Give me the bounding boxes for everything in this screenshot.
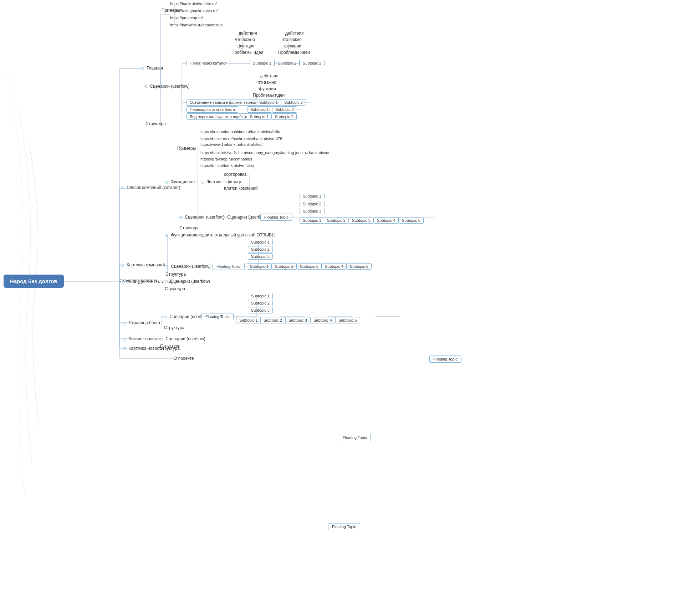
node-struktura1: Структура [145,121,166,126]
node-struktura-kn: Структура [159,346,180,351]
subtopic-sb-top-2[interactable]: Subtopic 2 [248,301,273,306]
subtopic-ost-1[interactable]: Subtopic 1 [256,100,281,105]
node-glavnaya: Главная [141,66,163,71]
subtopic-kk-5[interactable]: Subtopic 5 [347,264,372,269]
subtopic-sb-2[interactable]: Subtopic 2 [260,318,285,323]
node-struktura2: Структура [179,225,200,230]
link-1-4: https://bankiros.ru/bankrotstvo [170,23,223,27]
subtopic-lid-1[interactable]: Subtopic 1 [247,114,272,119]
subtopic-kk-2[interactable]: Subtopic 2 [272,264,297,269]
subtopic-poisk-2b[interactable]: Subtopic 2 [300,61,325,66]
subtopic-ft1-5[interactable]: Subtopic 5 [399,218,424,223]
root-label: Народ без долгов [10,278,57,284]
node-funktsional1: Функционал [165,179,195,184]
node-ostavljenie[interactable]: Оставление заявки в форме, звонок [187,100,259,105]
floating-topic-5[interactable]: Floating Topic [339,435,371,440]
subtopic-poisk-1[interactable]: Subtopic 1 [250,61,275,66]
subtopic-sb-5[interactable]: Subtopic 5 [335,318,360,323]
funktsii-2: функции [284,44,301,48]
node-primery2: Примеры [177,146,196,151]
node-listing-novostey: Листинг новостей [123,336,163,341]
subtopic-ft1-2[interactable]: Subtopic 2 [324,218,349,223]
node-stsenarii2: Сценарии (userflow) [179,215,225,220]
subtopic-kk-top-1[interactable]: Subtopic 1 [248,240,273,245]
floating-topic-4[interactable]: Floating Topic [429,357,461,362]
dejstviya-2: действия [285,31,303,36]
node-perehod[interactable]: Переход на статьи блога [187,107,238,112]
link-1-1: https://bankrotstvo-fizlic.ru/ [170,1,217,6]
subtopic-kk-1[interactable]: Subtopic 1 [247,264,272,269]
node-stsenarii4: Сценарии (userflow) [165,279,210,284]
node-struktura3: Структура [165,272,186,277]
floating-topic-1[interactable]: Floating Topic [260,215,292,220]
subtopic-sb-3[interactable]: Subtopic 3 [285,318,310,323]
link-1-3: https://pravotop.ru/ [170,16,203,20]
problemy-2: Проблемы идеи [278,50,310,55]
node-listing: Листинг [201,179,222,184]
subtopic-sb-top-3[interactable]: Subtopic 3 [248,308,273,313]
node-filtr: фильтр [226,179,241,184]
node-lid[interactable]: Лид через калькулятор подбора [187,114,251,119]
node-spisok: Список компаний (каталог) [121,185,180,190]
subtopic-sk-top-2[interactable]: Subtopic 2 [300,201,325,206]
link-1-2: https://ratingbankrotstva.ru/ [170,9,218,13]
link-2-1: https://krasnodar.bankiros.ru/bankrotstv… [200,129,280,134]
dejstviya-1: действия [239,31,257,36]
node-o-proekte: О проекте [174,356,194,361]
node-vnedrит: внедрить отдельный урл в таб ОТЗЫВЫ [195,232,276,237]
subtopic-sk-top-1[interactable]: Subtopic 1 [300,194,325,199]
decorative-lines [0,0,71,603]
connection-lines [0,0,700,603]
subtopic-sb-1[interactable]: Subtopic 1 [236,318,261,323]
problemy-3: Проблемы идеи [253,93,285,98]
floating-topic-6[interactable]: Floating Topic [328,524,360,529]
subtopic-per-2[interactable]: Subtopic 2 [272,107,297,112]
subtopic-sk-top-3[interactable]: Subtopic 3 [300,209,325,214]
node-stranitsa-bloga: Страница блога [123,320,160,325]
mind-map: Народ без долгов Структура портала Главн… [0,0,700,603]
link-2-4: https://bankrotstvo-fizlic.ru/company_ca… [200,150,329,155]
floating-topic-2[interactable]: Floating Topic [213,264,245,269]
node-stsenarii6: Сценарии (userflow) [160,336,205,341]
subtopic-ft1-4[interactable]: Subtopic 4 [374,218,399,223]
funktsii-1: функции [237,44,255,48]
subtopic-lid-2[interactable]: Subtopic 2 [272,114,297,119]
subtopic-kk-4[interactable]: Subtopic 4 [322,264,347,269]
root-node[interactable]: Народ без долгов [4,275,64,288]
node-stsenarii3: Сценарии (userflow) [165,264,211,269]
subtopic-sb-4[interactable]: Subtopic 4 [310,318,335,323]
funktsii-3: функции [259,86,276,91]
dejstviya-3: действия [260,73,278,78]
problemy-1: Проблемы идеи [231,50,263,55]
subtopic-ost-2[interactable]: Subtopic 2 [281,100,306,105]
link-2-6: https://bfl.top/bankrotstvo-fizlic/ [200,163,254,168]
link-2-5: https://pravotop.ru/companies [200,157,252,161]
node-sortirovka: сортировка [224,172,246,177]
node-struktura4: Структура [165,286,185,291]
node-kartochka-komp: Карточка компаний [121,262,165,267]
chto-vazhno-3: что важно [256,80,276,85]
node-plitki: плитки компаний [224,186,258,191]
chto-vazhno-1: что важно [235,37,255,42]
node-funktsional2: Функционал [165,232,195,237]
link-2-3: https://www.1mbank.ru/bankrotstvo/ [200,142,262,147]
node-poisk[interactable]: Поиск через каталог [187,61,230,66]
subtopic-poisk-2[interactable]: Subtopic 2 [275,61,300,66]
node-kartochka-novosti: Карточка новости [123,346,163,351]
subtopic-sb-top-1[interactable]: Subtopic 1 [248,293,273,298]
floating-topic-3[interactable]: Floating Topic [201,314,234,319]
link-2-2: https://bankiros.ru/bankrotstvo/bankrots… [200,137,282,141]
chto-vazhno-2: что важно [282,37,302,42]
subtopic-ft1-3[interactable]: Subtopic 3 [349,218,374,223]
subtopic-ft1-1[interactable]: Subtopic 1 [300,218,325,223]
node-struktura5: Структура [164,325,184,330]
node-stsenarii1: Сценарии (userflow) [144,84,190,89]
subtopic-kk-3[interactable]: Subtopic 3 [297,264,322,269]
subtopic-per-1[interactable]: Subtopic 1 [247,107,272,112]
subtopic-kk-top-2[interactable]: Subtopic 2 [248,247,273,252]
subtopic-kk-top-3[interactable]: Subtopic 3 [248,254,273,259]
